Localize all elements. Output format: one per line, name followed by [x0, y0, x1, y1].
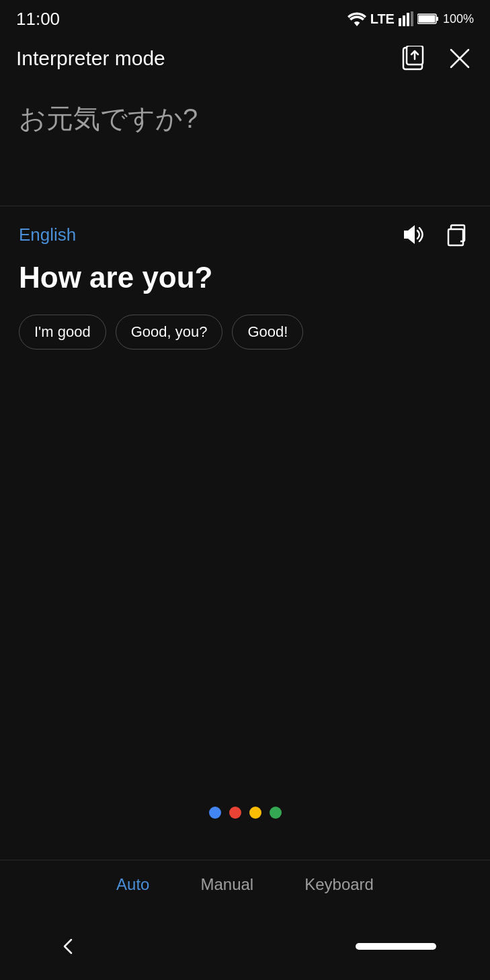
manual-button[interactable]: Manual	[195, 870, 259, 899]
translation-actions	[399, 220, 471, 249]
bottom-toolbar: Auto Manual Keyboard	[0, 856, 490, 913]
svg-rect-1	[403, 15, 405, 26]
chip-im-good[interactable]: I'm good	[19, 315, 106, 350]
svg-rect-13	[448, 229, 463, 245]
back-button[interactable]	[54, 932, 83, 961]
bottom-nav	[0, 913, 490, 980]
svg-marker-12	[404, 225, 415, 244]
close-button[interactable]	[446, 44, 474, 73]
source-text-section: お元気ですか?	[0, 85, 490, 206]
svg-rect-6	[418, 15, 435, 23]
battery-percent: 100%	[443, 12, 474, 26]
svg-rect-5	[436, 17, 438, 21]
copy-button[interactable]	[442, 220, 471, 249]
home-pill[interactable]	[356, 943, 436, 950]
battery-icon	[417, 13, 439, 25]
auto-button[interactable]: Auto	[111, 870, 155, 899]
chip-good-you[interactable]: Good, you?	[116, 315, 223, 350]
signal-icon	[399, 11, 413, 26]
close-icon	[448, 47, 471, 70]
speaker-button[interactable]	[399, 220, 428, 249]
svg-rect-0	[399, 18, 401, 26]
copy-icon	[444, 222, 468, 247]
back-icon	[59, 937, 78, 956]
translated-text: How are you?	[19, 260, 471, 296]
add-to-home-button[interactable]	[399, 43, 430, 74]
language-label: English	[19, 224, 76, 245]
dot-blue	[209, 807, 221, 819]
status-time: 11:00	[16, 9, 60, 30]
dot-green	[270, 807, 282, 819]
dot-red	[229, 807, 241, 819]
suggestion-chips: I'm good Good, you? Good!	[19, 315, 471, 350]
language-row: English	[19, 220, 471, 249]
chip-good[interactable]: Good!	[232, 315, 303, 350]
status-bar: 11:00 LTE 100%	[0, 0, 490, 35]
add-to-home-icon	[401, 46, 427, 71]
header: Interpreter mode	[0, 35, 490, 85]
keyboard-button[interactable]: Keyboard	[299, 870, 379, 899]
source-text: お元気ですか?	[19, 104, 198, 133]
translation-section: English How are you? I'm good Good, you?…	[0, 206, 490, 363]
header-actions	[399, 43, 474, 74]
svg-rect-3	[411, 11, 413, 26]
page-title: Interpreter mode	[16, 47, 165, 70]
lte-label: LTE	[370, 11, 395, 27]
google-dots	[209, 793, 282, 832]
wifi-icon	[348, 11, 366, 26]
speaker-icon	[401, 222, 425, 247]
status-icons: LTE 100%	[348, 11, 474, 27]
svg-rect-2	[407, 13, 409, 26]
dot-yellow	[249, 807, 261, 819]
